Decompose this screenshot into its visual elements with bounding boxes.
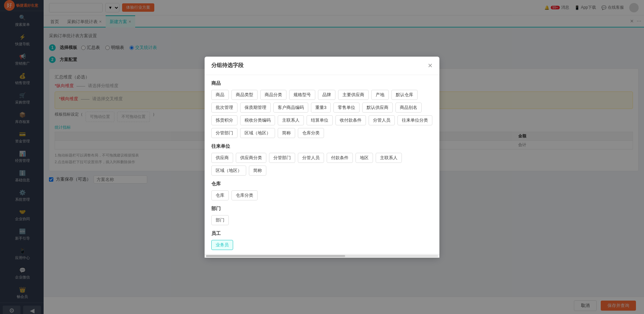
field-tag-0-12[interactable]: 零售单位 xyxy=(333,103,360,113)
field-tag-1-7[interactable]: 区域（地区） xyxy=(211,166,246,176)
field-tag-0-2[interactable]: 商品分类 xyxy=(260,90,286,100)
field-category-2: 仓库仓库仓库分类 xyxy=(211,181,433,200)
field-tag-1-6[interactable]: 主联系人 xyxy=(376,153,402,163)
field-category-3: 部门部门 xyxy=(211,206,433,225)
field-tag-1-1[interactable]: 供应商分类 xyxy=(236,153,266,163)
field-tag-0-7[interactable]: 默认仓库 xyxy=(391,90,418,100)
field-tag-1-4[interactable]: 付款条件 xyxy=(327,153,353,163)
field-tag-1-8[interactable]: 简称 xyxy=(249,166,266,176)
modal-close-btn[interactable]: ✕ xyxy=(428,62,433,69)
field-tag-0-5[interactable]: 主要供应商 xyxy=(338,90,369,100)
modal-overlay: 分组待选字段 ✕ 商品商品商品类型商品分类规格型号品牌主要供应商产地默认仓库批次… xyxy=(0,0,644,314)
field-tag-0-14[interactable]: 商品别名 xyxy=(395,103,422,113)
field-tag-0-17[interactable]: 主联系人 xyxy=(278,115,304,125)
field-tag-1-2[interactable]: 分管部门 xyxy=(269,153,295,163)
field-tag-0-18[interactable]: 结算单位 xyxy=(307,115,333,125)
field-tag-0-22[interactable]: 分管部门 xyxy=(211,128,237,138)
field-tag-0-20[interactable]: 分管人员 xyxy=(369,115,395,125)
horizontal-scrollbar[interactable] xyxy=(206,255,438,257)
field-category-4: 员工业务员 xyxy=(211,231,433,250)
field-tag-0-16[interactable]: 税收分类编码 xyxy=(240,115,275,125)
field-tag-0-4[interactable]: 品牌 xyxy=(318,90,335,100)
field-tag-3-0[interactable]: 部门 xyxy=(211,215,229,225)
field-tag-0-0[interactable]: 商品 xyxy=(211,90,229,100)
field-tag-0-21[interactable]: 往来单位分类 xyxy=(397,115,432,125)
field-tag-0-3[interactable]: 规格型号 xyxy=(289,90,315,100)
field-tag-1-3[interactable]: 分管人员 xyxy=(298,153,324,163)
field-tag-0-11[interactable]: 重量3 xyxy=(311,103,331,113)
field-category-title-3: 部门 xyxy=(211,206,433,212)
field-category-title-4: 员工 xyxy=(211,231,433,237)
modal-header: 分组待选字段 ✕ xyxy=(205,57,439,75)
field-tag-0-25[interactable]: 仓库分类 xyxy=(298,128,324,138)
field-category-1: 往来单位供应商供应商分类分管部门分管人员付款条件地区主联系人区域（地区）简称 xyxy=(211,143,433,176)
field-tag-4-0[interactable]: 业务员 xyxy=(211,240,233,250)
field-tag-0-24[interactable]: 简称 xyxy=(278,128,295,138)
field-category-0: 商品商品商品类型商品分类规格型号品牌主要供应商产地默认仓库批次管理保质期管理客户… xyxy=(211,80,433,138)
field-tag-0-6[interactable]: 产地 xyxy=(371,90,389,100)
modal-body: 商品商品商品类型商品分类规格型号品牌主要供应商产地默认仓库批次管理保质期管理客户… xyxy=(205,75,439,254)
field-tag-0-13[interactable]: 默认供应商 xyxy=(362,103,393,113)
field-category-title-1: 往来单位 xyxy=(211,143,433,149)
field-tag-0-8[interactable]: 批次管理 xyxy=(211,103,237,113)
field-tag-1-5[interactable]: 地区 xyxy=(356,153,373,163)
modal-title: 分组待选字段 xyxy=(211,62,244,69)
field-tag-0-15[interactable]: 拣货积分 xyxy=(211,115,237,125)
field-tag-1-0[interactable]: 供应商 xyxy=(211,153,233,163)
h-scrollbar-thumb xyxy=(206,255,345,257)
field-category-title-2: 仓库 xyxy=(211,181,433,187)
modal-footer-scroll xyxy=(205,254,439,257)
field-tag-2-0[interactable]: 仓库 xyxy=(211,190,229,200)
field-tag-0-23[interactable]: 区域（地区） xyxy=(240,128,275,138)
field-tag-0-9[interactable]: 保质期管理 xyxy=(240,103,271,113)
field-category-title-0: 商品 xyxy=(211,80,433,86)
field-tag-0-10[interactable]: 客户商品编码 xyxy=(273,103,308,113)
field-tag-0-19[interactable]: 收付款条件 xyxy=(335,115,366,125)
field-tag-2-1[interactable]: 仓库分类 xyxy=(231,190,258,200)
modal: 分组待选字段 ✕ 商品商品商品类型商品分类规格型号品牌主要供应商产地默认仓库批次… xyxy=(205,57,439,258)
field-tag-0-1[interactable]: 商品类型 xyxy=(231,90,258,100)
